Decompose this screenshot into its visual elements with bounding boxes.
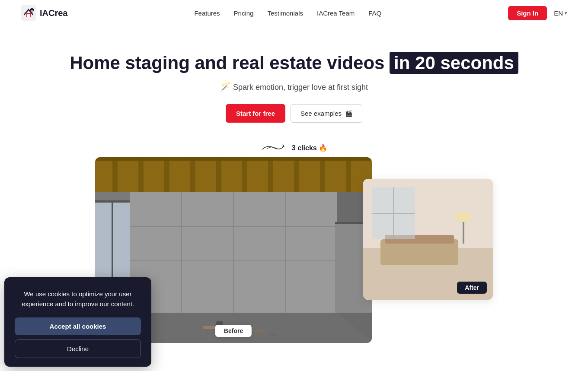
svg-rect-8 (138, 157, 144, 192)
after-panel: After (363, 179, 493, 300)
hero-title: Home staging and real estate videos in 2… (10, 52, 578, 74)
decline-cookies-button[interactable]: Decline (15, 339, 141, 358)
hero-title-part1: Home staging and real estate videos (70, 53, 384, 73)
svg-rect-11 (216, 157, 221, 192)
signin-button[interactable]: Sign In (508, 6, 547, 20)
see-examples-button[interactable]: See examples 🎬 (291, 104, 362, 123)
nav-faq[interactable]: FAQ (368, 10, 381, 17)
chevron-down-icon: ▾ (565, 10, 567, 16)
svg-rect-13 (268, 157, 273, 192)
nav-team[interactable]: IACrea Team (317, 10, 355, 17)
svg-rect-10 (190, 157, 195, 192)
logo-label: IACrea (40, 8, 67, 18)
examples-icon: 🎬 (345, 110, 352, 117)
hero-subtitle-text: Spark emotion, trigger love at first sig… (233, 83, 368, 92)
nav-features[interactable]: Features (194, 10, 220, 17)
before-label: Before (215, 325, 252, 337)
arrow-icon (261, 142, 287, 154)
svg-rect-16 (346, 157, 351, 192)
nav-right: Sign In EN ▾ (508, 6, 567, 20)
cookie-message: We use cookies to optimize your user exp… (15, 289, 141, 309)
after-label: After (457, 282, 487, 294)
start-for-free-button[interactable]: Start for free (226, 104, 285, 123)
svg-rect-12 (242, 157, 247, 192)
hero-subtitle: 🪄 Spark emotion, trigger love at first s… (10, 82, 578, 92)
svg-rect-9 (164, 157, 169, 192)
hero-section: Home staging and real estate videos in 2… (0, 26, 588, 131)
accept-cookies-button[interactable]: Accept all cookies (15, 317, 141, 335)
language-selector[interactable]: EN ▾ (554, 10, 567, 17)
svg-rect-15 (320, 157, 325, 192)
hero-title-highlight: in 20 seconds (390, 52, 518, 74)
logo[interactable]: IA IACrea (21, 5, 67, 21)
svg-text:IA: IA (31, 10, 34, 13)
clicks-area: 3 clicks 🔥 (0, 142, 588, 154)
svg-rect-6 (95, 157, 372, 161)
nav-testimonials[interactable]: Testimonials (267, 10, 303, 17)
svg-rect-14 (294, 157, 299, 192)
svg-rect-7 (112, 157, 118, 192)
hero-emoji: 🪄 (220, 82, 231, 92)
svg-rect-2 (27, 14, 30, 17)
svg-rect-33 (268, 334, 277, 336)
cookie-banner: We use cookies to optimize your user exp… (4, 277, 151, 360)
nav-links: Features Pricing Testimonials IACrea Tea… (194, 10, 381, 17)
hero-buttons: Start for free See examples 🎬 (10, 104, 578, 123)
svg-point-41 (455, 212, 472, 222)
see-examples-label: See examples (300, 110, 342, 117)
language-label: EN (554, 10, 563, 17)
navbar: IA IACrea Features Pricing Testimonials … (0, 0, 588, 26)
svg-rect-5 (95, 157, 372, 192)
clicks-label: 3 clicks 🔥 (292, 144, 327, 152)
nav-pricing[interactable]: Pricing (234, 10, 254, 17)
